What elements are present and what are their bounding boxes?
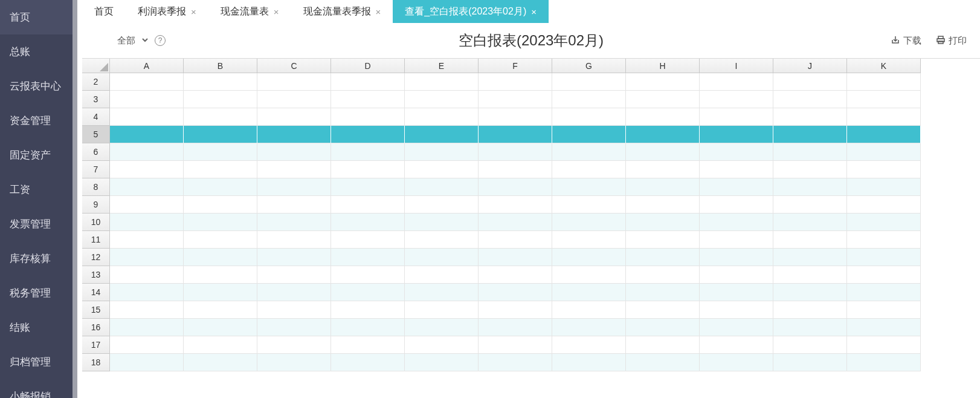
cell-A7[interactable] xyxy=(110,161,184,178)
cell-K9[interactable] xyxy=(847,196,921,214)
cell-C7[interactable] xyxy=(257,161,331,178)
cell-C11[interactable] xyxy=(257,231,331,249)
cell-E17[interactable] xyxy=(405,336,479,354)
row-header-9[interactable]: 9 xyxy=(82,196,110,214)
cell-B13[interactable] xyxy=(184,266,257,284)
cell-H7[interactable] xyxy=(626,161,700,178)
cell-D15[interactable] xyxy=(331,301,405,319)
filter-all-label[interactable]: 全部 xyxy=(117,35,135,47)
cell-E12[interactable] xyxy=(405,249,479,266)
cell-E13[interactable] xyxy=(405,266,479,284)
cell-D6[interactable] xyxy=(331,143,405,161)
cell-K3[interactable] xyxy=(847,91,921,108)
cell-G3[interactable] xyxy=(552,91,626,108)
cell-J16[interactable] xyxy=(773,319,847,336)
cell-A14[interactable] xyxy=(110,284,184,301)
cell-I16[interactable] xyxy=(700,319,773,336)
cell-I7[interactable] xyxy=(700,161,773,178)
cell-C12[interactable] xyxy=(257,249,331,266)
cell-B8[interactable] xyxy=(184,178,257,196)
cell-F15[interactable] xyxy=(479,301,552,319)
cell-D14[interactable] xyxy=(331,284,405,301)
col-header-I[interactable]: I xyxy=(700,59,773,73)
cell-I4[interactable] xyxy=(700,108,773,126)
row-header-13[interactable]: 13 xyxy=(82,266,110,284)
cell-B2[interactable] xyxy=(184,73,257,91)
cell-E7[interactable] xyxy=(405,161,479,178)
cell-A2[interactable] xyxy=(110,73,184,91)
col-header-C[interactable]: C xyxy=(257,59,331,73)
cell-K8[interactable] xyxy=(847,178,921,196)
col-header-G[interactable]: G xyxy=(552,59,626,73)
col-header-F[interactable]: F xyxy=(479,59,552,73)
cell-C18[interactable] xyxy=(257,354,331,371)
cell-I11[interactable] xyxy=(700,231,773,249)
cell-H14[interactable] xyxy=(626,284,700,301)
cell-F9[interactable] xyxy=(479,196,552,214)
cell-H4[interactable] xyxy=(626,108,700,126)
cell-F5[interactable] xyxy=(479,126,552,143)
cell-A15[interactable] xyxy=(110,301,184,319)
cell-E10[interactable] xyxy=(405,214,479,231)
cell-A13[interactable] xyxy=(110,266,184,284)
row-header-18[interactable]: 18 xyxy=(82,354,110,371)
col-header-K[interactable]: K xyxy=(847,59,921,73)
cell-I5[interactable] xyxy=(700,126,773,143)
cell-B3[interactable] xyxy=(184,91,257,108)
cell-D9[interactable] xyxy=(331,196,405,214)
cell-D4[interactable] xyxy=(331,108,405,126)
cell-B10[interactable] xyxy=(184,214,257,231)
cell-D7[interactable] xyxy=(331,161,405,178)
cell-H3[interactable] xyxy=(626,91,700,108)
cell-G15[interactable] xyxy=(552,301,626,319)
row-header-3[interactable]: 3 xyxy=(82,91,110,108)
sidebar-item-8[interactable]: 税务管理 xyxy=(0,276,77,310)
row-header-4[interactable]: 4 xyxy=(82,108,110,126)
cell-B6[interactable] xyxy=(184,143,257,161)
cell-I13[interactable] xyxy=(700,266,773,284)
cell-D5[interactable] xyxy=(331,126,405,143)
cell-C15[interactable] xyxy=(257,301,331,319)
cell-A11[interactable] xyxy=(110,231,184,249)
cell-G16[interactable] xyxy=(552,319,626,336)
cell-H5[interactable] xyxy=(626,126,700,143)
cell-J15[interactable] xyxy=(773,301,847,319)
cell-G2[interactable] xyxy=(552,73,626,91)
cell-J2[interactable] xyxy=(773,73,847,91)
cell-K18[interactable] xyxy=(847,354,921,371)
cell-A9[interactable] xyxy=(110,196,184,214)
cell-D3[interactable] xyxy=(331,91,405,108)
cell-H2[interactable] xyxy=(626,73,700,91)
cell-F3[interactable] xyxy=(479,91,552,108)
cell-F14[interactable] xyxy=(479,284,552,301)
download-button[interactable]: 下载 xyxy=(891,35,921,47)
cell-E4[interactable] xyxy=(405,108,479,126)
row-header-12[interactable]: 12 xyxy=(82,249,110,266)
cell-K12[interactable] xyxy=(847,249,921,266)
cell-G7[interactable] xyxy=(552,161,626,178)
spreadsheet[interactable]: ABCDEFGHIJK 23456789101112131415161718 xyxy=(82,58,980,398)
cell-B9[interactable] xyxy=(184,196,257,214)
col-header-D[interactable]: D xyxy=(331,59,405,73)
cell-H16[interactable] xyxy=(626,319,700,336)
sidebar-item-9[interactable]: 结账 xyxy=(0,310,77,345)
cell-C5[interactable] xyxy=(257,126,331,143)
row-header-16[interactable]: 16 xyxy=(82,319,110,336)
cell-B17[interactable] xyxy=(184,336,257,354)
cell-I15[interactable] xyxy=(700,301,773,319)
cell-B12[interactable] xyxy=(184,249,257,266)
cell-J3[interactable] xyxy=(773,91,847,108)
cell-G12[interactable] xyxy=(552,249,626,266)
cell-J18[interactable] xyxy=(773,354,847,371)
row-header-6[interactable]: 6 xyxy=(82,143,110,161)
row-header-8[interactable]: 8 xyxy=(82,178,110,196)
cell-F8[interactable] xyxy=(479,178,552,196)
cell-K11[interactable] xyxy=(847,231,921,249)
cell-I17[interactable] xyxy=(700,336,773,354)
cell-B4[interactable] xyxy=(184,108,257,126)
cell-B11[interactable] xyxy=(184,231,257,249)
cell-J17[interactable] xyxy=(773,336,847,354)
sidebar-item-5[interactable]: 工资 xyxy=(0,172,77,207)
cell-H13[interactable] xyxy=(626,266,700,284)
cell-B5[interactable] xyxy=(184,126,257,143)
